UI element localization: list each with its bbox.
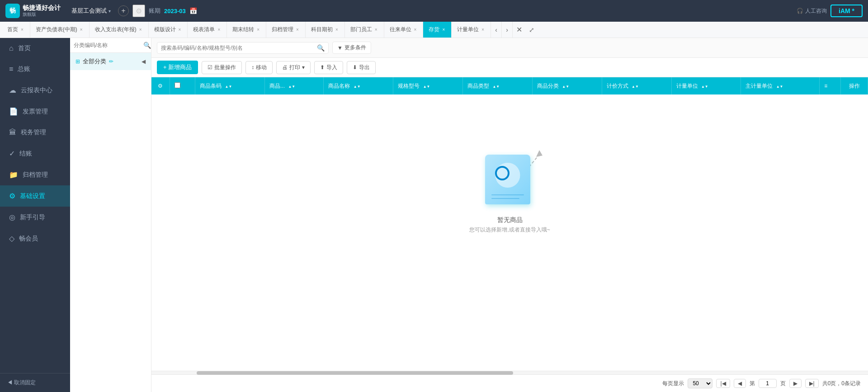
collapse-icon[interactable]: ◀ [142, 58, 146, 65]
table-col-spec[interactable]: 规格型号 ▲▼ [393, 77, 463, 94]
tab-unit-measure[interactable]: 计量单位 × [452, 22, 491, 38]
page-number-input[interactable] [759, 379, 777, 388]
import-label: 导入 [326, 64, 337, 71]
page-label: 页 [780, 380, 786, 387]
edit-icon[interactable]: ✏ [109, 58, 113, 65]
tab-close-icon[interactable]: × [413, 27, 418, 33]
tab-close-all-button[interactable]: ✕ [513, 22, 525, 38]
tab-expand-button[interactable]: ⤢ [525, 22, 538, 38]
new-product-button[interactable]: + 新增商品 [157, 61, 198, 74]
tab-label: 模版设计 [154, 26, 176, 33]
sort-icon: ▲▼ [354, 85, 361, 89]
tab-subject-init[interactable]: 科目期初 × [306, 22, 345, 38]
table-col-unit[interactable]: 计量单位 ▲▼ [671, 77, 741, 94]
table-col-extra[interactable]: ≡ [820, 77, 841, 94]
sidebar-item-general-ledger[interactable]: ≡ 总账 [0, 59, 70, 80]
sidebar-item-basic-settings[interactable]: ⚙ 基础设置 [0, 185, 70, 207]
settings-button[interactable]: ⚙ [132, 5, 145, 17]
category-search-bar: 🔍 [70, 38, 151, 53]
customer-service-button[interactable]: 🎧 人工咨询 [797, 7, 827, 15]
sort-icon: ▲▼ [225, 85, 232, 89]
move-icon: ↕ [251, 64, 254, 71]
table-col-main-unit[interactable]: 主计量单位 ▲▼ [741, 77, 820, 94]
search-bar: 🔍 ▼ 更多条件 [151, 38, 868, 58]
company-selector[interactable]: 基层工会测试 ▾ [68, 5, 114, 17]
sidebar-item-cloud-reports[interactable]: ☁ 云报表中心 [0, 80, 70, 101]
tab-close-icon[interactable]: × [295, 27, 300, 33]
tab-income-statement[interactable]: 收入支出表(年报) × [90, 22, 149, 38]
import-button[interactable]: ⬆ 导入 [314, 61, 343, 74]
page-size-select[interactable]: 50 100 200 [688, 378, 712, 388]
tab-close-icon[interactable]: × [256, 27, 260, 33]
tab-template-design[interactable]: 模版设计 × [149, 22, 188, 38]
tab-close-icon[interactable]: × [481, 27, 485, 33]
logo-icon: 畅 [5, 4, 20, 18]
move-button[interactable]: ↕ 移动 [245, 61, 273, 74]
sidebar-item-invoice-mgmt[interactable]: 📄 发票管理 [0, 101, 70, 122]
page-label-prefix: 第 [750, 380, 755, 387]
next-page-button[interactable]: ▶ [789, 379, 802, 388]
first-page-button[interactable]: |◀ [716, 379, 730, 388]
tab-dept-employee[interactable]: 部门员工 × [345, 22, 384, 38]
tab-home[interactable]: 首页 × [2, 22, 30, 38]
tab-close-icon[interactable]: × [79, 27, 84, 33]
table-col-name[interactable]: 商品名称 ▲▼ [324, 77, 393, 94]
tab-label: 收入支出表(年报) [95, 26, 137, 33]
table-col-category[interactable]: 商品分类 ▲▼ [532, 77, 602, 94]
horizontal-scrollbar[interactable] [151, 371, 868, 374]
export-button[interactable]: ⬇ 导出 [347, 61, 376, 74]
search-input-wrap: 🔍 [157, 42, 329, 54]
tab-close-icon[interactable]: × [441, 27, 446, 33]
table-checkbox-col[interactable] [170, 77, 195, 94]
archive-icon: 📁 [9, 170, 18, 179]
more-filter-button[interactable]: ▼ 更多条件 [332, 42, 371, 54]
tab-balance-sheet[interactable]: 资产负债表(中期) × [30, 22, 90, 38]
iam-button[interactable]: iAM * [830, 5, 863, 17]
batch-operation-button[interactable]: ☑ 批量操作 [202, 61, 242, 74]
search-icon[interactable]: 🔍 [317, 44, 325, 52]
sidebar-item-member[interactable]: ◇ 畅会员 [0, 228, 70, 249]
tab-archive-mgmt[interactable]: 归档管理 × [266, 22, 306, 38]
sort-icon: ▲▼ [288, 85, 295, 89]
table-col-barcode[interactable]: 商品条码 ▲▼ [195, 77, 265, 94]
sidebar-item-archive[interactable]: 📁 归档管理 [0, 164, 70, 185]
calendar-icon[interactable]: 📅 [189, 7, 197, 14]
print-button[interactable]: 🖨 打印 ▾ [276, 61, 311, 74]
sidebar-item-home[interactable]: ⌂ 首页 [0, 38, 70, 59]
tab-bar: 首页 × 资产负债表(中期) × 收入支出表(年报) × 模版设计 × 税表清单… [0, 22, 868, 38]
tab-close-icon[interactable]: × [138, 27, 143, 33]
category-all-item[interactable]: ⊞ 全部分类 ✏ ◀ [70, 53, 151, 70]
sidebar-item-label: 基础设置 [20, 192, 45, 200]
tab-period-carry[interactable]: 期末结转 × [227, 22, 266, 38]
tab-close-icon[interactable]: × [178, 27, 182, 33]
select-all-checkbox[interactable] [175, 82, 180, 88]
tab-label: 存货 [429, 26, 439, 33]
product-search-input[interactable] [161, 45, 315, 51]
table-col-type[interactable]: 商品类型 ▲▼ [463, 77, 533, 94]
category-search-icon[interactable]: 🔍 [143, 42, 151, 49]
add-company-button[interactable]: + [118, 5, 129, 16]
table-settings-col[interactable]: ⚙ [151, 77, 170, 94]
sidebar-item-checkout[interactable]: ✓ 结账 [0, 143, 70, 164]
tab-scroll-right-button[interactable]: › [502, 22, 513, 38]
last-page-button[interactable]: ▶| [805, 379, 819, 388]
table-col-code[interactable]: 商品... ▲▼ [265, 77, 324, 94]
tab-close-icon[interactable]: × [335, 27, 339, 33]
sidebar-item-tax-mgmt[interactable]: 🏛 税务管理 [0, 122, 70, 143]
prev-page-button[interactable]: ◀ [734, 379, 746, 388]
tab-tax-list[interactable]: 税表清单 × [188, 22, 227, 38]
tab-close-icon[interactable]: × [20, 27, 24, 33]
category-search-input[interactable] [74, 42, 142, 48]
tab-contact-units[interactable]: 往来单位 × [384, 22, 424, 38]
svg-marker-0 [536, 150, 542, 157]
empty-desc: 您可以选择新增,或者直接导入哦~ [469, 226, 550, 234]
tab-close-icon[interactable]: × [217, 27, 221, 33]
export-icon: ⬇ [353, 64, 357, 71]
tab-scroll-left-button[interactable]: ‹ [491, 22, 502, 38]
cancel-fixed-button[interactable]: ◀ 取消固定 [0, 373, 70, 392]
tab-close-icon[interactable]: × [374, 27, 378, 33]
table-col-pricing[interactable]: 计价方式 ▲▼ [602, 77, 671, 94]
sidebar-item-guide[interactable]: ◎ 新手引导 [0, 207, 70, 228]
tab-inventory[interactable]: 存货 × [423, 22, 452, 38]
scrollbar-thumb[interactable] [197, 371, 513, 375]
